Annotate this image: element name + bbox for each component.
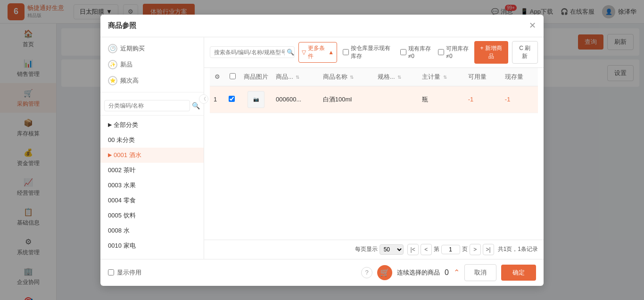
checkbox-stock-nonzero-input[interactable] (400, 49, 406, 55)
toolbar: 🔍 ▽ 更多条件 ▲ 按仓库显示现有库存 现 (204, 37, 544, 68)
category-arrow-0: ▶ (108, 122, 112, 128)
show-disabled-checkbox[interactable] (108, 269, 114, 275)
classify-search-area: 🔍 (100, 96, 204, 116)
checkbox-by-warehouse-input[interactable] (343, 49, 349, 55)
quick-nav-new[interactable]: ✨ 新品 (104, 57, 200, 72)
product-search-input[interactable] (214, 49, 285, 56)
row-name-0: 白酒100ml (319, 86, 374, 113)
dialog-overlay: 商品参照 ✕ 🕐 近期购买 ✨ 新品 ⭐ 频次高 (0, 0, 644, 300)
footer-right: ? 🛒 连续选择的商品 0 ⌃ 取消 确定 (361, 264, 536, 281)
first-page-button[interactable]: |< (407, 244, 419, 255)
category-list: ▶全部分类00 未分类▶0001 酒水0002 茶叶0003 水果0004 零食… (100, 116, 204, 255)
row-available-0: -1 (464, 86, 501, 113)
product-image-0: 📷 (248, 91, 264, 108)
row-unit-0: 瓶 (418, 86, 464, 113)
left-panel: 🕐 近期购买 ✨ 新品 ⭐ 频次高 《 (100, 37, 204, 259)
pagination-bar: 每页显示 50 100 200 |< < 第 页 > (204, 240, 544, 259)
checkbox-available-nonzero[interactable]: 可用库存≠0 (438, 45, 471, 59)
search-icon[interactable]: 🔍 (287, 49, 294, 56)
category-item-2[interactable]: ▶0001 酒水 (100, 148, 204, 163)
frequent-icon: ⭐ (108, 76, 117, 85)
chevron-up-icon: ▲ (328, 49, 334, 56)
page-size-dropdown[interactable]: 50 100 200 (380, 244, 404, 255)
recent-icon: 🕐 (108, 44, 117, 53)
quick-nav: 🕐 近期购买 ✨ 新品 ⭐ 频次高 (100, 41, 204, 92)
dialog-header: 商品参照 ✕ (100, 15, 544, 37)
col-code[interactable]: 商品... ⇅ (272, 68, 319, 86)
table-row[interactable]: 1 📷 000600... 白酒100ml 瓶 -1 -1 (210, 86, 538, 113)
cancel-button[interactable]: 取消 (464, 264, 496, 281)
show-disabled-label[interactable]: 显示停用 (108, 268, 141, 277)
selected-count: 0 (445, 268, 449, 277)
row-code-0: 000600... (272, 86, 319, 113)
category-item-8[interactable]: 0010 家电 (100, 238, 204, 253)
filter-button[interactable]: ▽ 更多条件 ▲ (298, 42, 337, 63)
row-index-0: 1 (210, 86, 225, 113)
row-checkbox-0[interactable] (225, 86, 240, 113)
classify-search-input[interactable] (104, 100, 190, 111)
refresh-product-button[interactable]: C 刷新 (512, 41, 538, 64)
col-image: 商品图片 (240, 68, 272, 86)
prev-page-button[interactable]: < (421, 244, 432, 255)
col-stock: 现存量 (501, 68, 538, 86)
classify-search-icon[interactable]: 🔍 (192, 102, 200, 109)
category-item-5[interactable]: 0004 零食 (100, 193, 204, 208)
col-available: 可用量 (464, 68, 501, 86)
continuous-label: 连续选择的商品 (397, 268, 440, 277)
dialog-footer: 显示停用 ? 🛒 连续选择的商品 0 ⌃ 取消 确定 (100, 259, 544, 286)
last-page-button[interactable]: >| (483, 244, 494, 255)
select-all-checkbox[interactable] (230, 73, 236, 79)
col-checkbox (225, 68, 240, 86)
row-image-0: 📷 (240, 86, 272, 113)
product-table-wrap: ⚙ 商品图片 商品... ⇅ 商品名称 ⇅ 规格... ⇅ 主计量 ⇅ 可用量 (204, 68, 544, 240)
dialog-close-button[interactable]: ✕ (529, 21, 536, 30)
total-records: 共1页，1条记录 (498, 245, 538, 253)
toolbar-right: + 新增商品 C 刷新 (474, 41, 538, 64)
checkbox-stock-nonzero[interactable]: 现有库存≠0 (400, 45, 433, 59)
category-item-6[interactable]: 0005 饮料 (100, 208, 204, 223)
checkbox-available-nonzero-input[interactable] (438, 49, 444, 55)
category-item-1[interactable]: 00 未分类 (100, 133, 204, 148)
right-panel: 🔍 ▽ 更多条件 ▲ 按仓库显示现有库存 现 (204, 37, 544, 259)
row-stock-0: -1 (501, 86, 538, 113)
quick-nav-recent[interactable]: 🕐 近期购买 (104, 41, 200, 56)
page-navigation: |< < 第 页 > >| (407, 244, 494, 255)
new-icon: ✨ (108, 60, 117, 69)
search-input-wrap: 🔍 (210, 46, 295, 58)
checkbox-group: 按仓库显示现有库存 现有库存≠0 可用库存≠0 (343, 44, 471, 60)
help-button[interactable]: ? (361, 267, 372, 278)
dialog-title: 商品参照 (108, 21, 136, 30)
quick-nav-frequent[interactable]: ⭐ 频次高 (104, 73, 200, 88)
category-item-4[interactable]: 0003 水果 (100, 178, 204, 193)
product-table: ⚙ 商品图片 商品... ⇅ 商品名称 ⇅ 规格... ⇅ 主计量 ⇅ 可用量 (210, 68, 538, 113)
category-item-0[interactable]: ▶全部分类 (100, 117, 204, 133)
confirm-button[interactable]: 确定 (501, 265, 536, 281)
collapse-footer-icon[interactable]: ⌃ (454, 268, 460, 277)
category-item-3[interactable]: 0002 茶叶 (100, 163, 204, 178)
category-arrow-2: ▶ (108, 152, 112, 158)
filter-icon: ▽ (302, 49, 306, 56)
col-name[interactable]: 商品名称 ⇅ (319, 68, 374, 86)
checkbox-by-warehouse[interactable]: 按仓库显示现有库存 (343, 44, 395, 60)
product-reference-dialog: 商品参照 ✕ 🕐 近期购买 ✨ 新品 ⭐ 频次高 (100, 15, 544, 286)
cart-icon[interactable]: 🛒 (377, 265, 392, 280)
page-size-select: 每页显示 50 100 200 (355, 244, 404, 255)
next-page-button[interactable]: > (470, 244, 481, 255)
add-product-button[interactable]: + 新增商品 (474, 41, 508, 64)
collapse-panel-button[interactable]: 《 (199, 94, 208, 104)
col-settings[interactable]: ⚙ (210, 68, 225, 86)
page-number-input[interactable] (441, 245, 460, 254)
row-spec-0 (374, 86, 418, 113)
col-spec[interactable]: 规格... ⇅ (374, 68, 418, 86)
category-item-7[interactable]: 0008 水 (100, 223, 204, 238)
col-unit[interactable]: 主计量 ⇅ (418, 68, 464, 86)
dialog-body: 🕐 近期购买 ✨ 新品 ⭐ 频次高 《 (100, 37, 544, 259)
